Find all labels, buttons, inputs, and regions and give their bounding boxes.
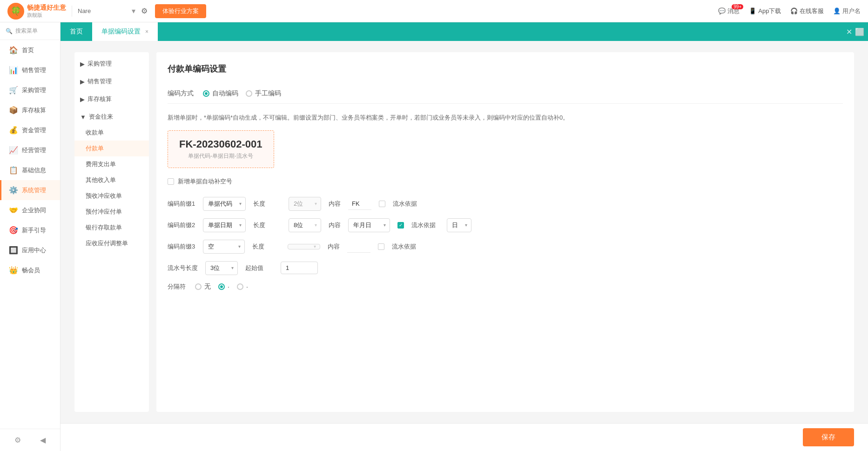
sidebar-item-operation[interactable]: 📈 经营管理 xyxy=(0,140,60,160)
sub-item-payment[interactable]: 付款单 xyxy=(74,141,149,156)
message-button[interactable]: 💬 消息 99+ xyxy=(718,7,740,15)
tab-coding[interactable]: 单据编码设置 × xyxy=(92,22,158,41)
system-icon: ⚙️ xyxy=(9,186,18,195)
sep-dot-circle[interactable] xyxy=(218,283,225,290)
sidebar-item-system[interactable]: ⚙️ 系统管理 xyxy=(0,180,60,200)
home-icon: 🏠 xyxy=(9,46,18,54)
length3-select[interactable] xyxy=(288,244,320,249)
prefix3-label: 编码前缀3 xyxy=(168,242,195,251)
content3-label: 内容 xyxy=(328,242,340,251)
sidebar-item-member[interactable]: 👑 畅会员 xyxy=(0,260,60,280)
sidebar-item-home[interactable]: 🏠 首页 xyxy=(0,40,60,60)
collapse-sidebar-button[interactable]: ◀ xyxy=(36,434,49,446)
message-icon: 💬 xyxy=(718,7,726,14)
sub-group-sales-title[interactable]: ▶ 销售管理 xyxy=(74,74,149,89)
chevron-down-icon[interactable]: ▾ xyxy=(130,5,137,17)
serial3-checkbox[interactable] xyxy=(378,243,384,250)
sub-group-purchase-title[interactable]: ▶ 采购管理 xyxy=(74,56,149,72)
search-menu-button[interactable]: 🔍 搜索菜单 xyxy=(0,22,60,40)
sub-item-ar-ap-adjust[interactable]: 应收应付调整单 xyxy=(74,236,149,251)
sidebar-item-apps[interactable]: 🔲 应用中心 xyxy=(0,240,60,260)
radio-auto[interactable]: 自动编码 xyxy=(203,89,238,98)
sub-item-pre-receivable[interactable]: 预收冲应收单 xyxy=(74,188,149,204)
content2-value: 年月日 xyxy=(353,221,371,229)
sep-dash-label: · xyxy=(246,283,248,290)
finance-icon: 💰 xyxy=(9,126,18,135)
online-service-button[interactable]: 🎧 在线客服 xyxy=(790,7,824,15)
sidebar-label-member: 畅会员 xyxy=(22,266,40,275)
content2-select[interactable]: 年月日 xyxy=(348,218,390,232)
sub-item-other-income[interactable]: 其他收入单 xyxy=(74,172,149,188)
radio-manual-circle[interactable] xyxy=(246,90,252,97)
sidebar-item-newguide[interactable]: 🎯 新手引导 xyxy=(0,220,60,240)
sub-item-expense[interactable]: 费用支出单 xyxy=(74,156,149,172)
sep-none[interactable]: 无 xyxy=(195,283,211,291)
search-label: 搜索菜单 xyxy=(15,27,38,35)
prefix-row-2: 编码前缀2 单据日期 长度 8位 内容 年月日 ✓ 流水依据 xyxy=(168,218,843,232)
sub-item-bank[interactable]: 银行存取款单 xyxy=(74,220,149,236)
gear-icon[interactable]: ⚙ xyxy=(139,5,149,17)
sub-item-receipt[interactable]: 收款单 xyxy=(74,125,149,141)
content1-input[interactable] xyxy=(348,198,371,210)
tab-close-icon[interactable]: × xyxy=(145,28,148,35)
sidebar-item-purchase[interactable]: 🛒 采购管理 xyxy=(0,80,60,100)
settings-footer-button[interactable]: ⚙ xyxy=(11,434,25,446)
prefix3-value: 空 xyxy=(208,242,214,251)
prefix3-select[interactable]: 空 xyxy=(203,240,245,254)
length1-label: 长度 xyxy=(253,200,281,208)
length2-label: 长度 xyxy=(253,221,281,229)
topbar-controls: ▾ ⚙ xyxy=(130,5,149,17)
user-area[interactable]: 👤 用户名 xyxy=(833,7,861,15)
sep-dot[interactable]: · xyxy=(218,283,229,290)
sales-icon: 📊 xyxy=(9,66,18,74)
sidebar-label-enterprise: 企业协同 xyxy=(22,206,46,215)
radio-auto-circle[interactable] xyxy=(203,90,209,97)
content3-input[interactable] xyxy=(347,241,370,253)
sub-group-funds-title[interactable]: ▼ 资金往来 xyxy=(74,109,149,125)
length2-select[interactable]: 8位 xyxy=(289,218,321,232)
operation-icon: 📈 xyxy=(9,146,18,155)
sep-none-circle[interactable] xyxy=(195,283,202,290)
member-icon: 👑 xyxy=(9,266,18,275)
prefix2-select[interactable]: 单据日期 xyxy=(203,218,246,232)
expand-tab-action[interactable]: ⬜ xyxy=(855,27,864,36)
sub-group-sales: ▶ 销售管理 xyxy=(74,74,149,89)
auto-fill-checkbox[interactable] xyxy=(168,178,174,185)
sep-dash[interactable]: · xyxy=(237,283,248,290)
close-tab-action[interactable]: ✕ xyxy=(846,27,852,36)
sep-dash-circle[interactable] xyxy=(237,283,243,290)
sidebar-item-enterprise[interactable]: 🤝 企业协同 xyxy=(0,200,60,220)
serial-length-select[interactable]: 3位 xyxy=(205,261,238,275)
length1-select[interactable]: 2位 xyxy=(289,197,321,211)
day-select[interactable]: 日 xyxy=(447,218,471,232)
serial2-checkbox[interactable]: ✓ xyxy=(397,222,404,229)
prefix1-select[interactable]: 单据代码 xyxy=(203,197,246,211)
sidebar-label-system: 系统管理 xyxy=(22,186,46,195)
logo-text: 畅捷通好生意 旗舰版 xyxy=(27,3,66,18)
sub-group-funds: ▼ 资金往来 收款单 付款单 费用支出单 其他收入单 预收冲应收单 预付冲应付单… xyxy=(74,109,149,251)
tab-home[interactable]: 首页 xyxy=(61,22,92,41)
code-desc: 单据代码-单据日期-流水号 xyxy=(179,152,262,160)
save-button[interactable]: 保存 xyxy=(803,428,854,446)
serial-length-label: 流水号长度 xyxy=(168,264,198,272)
sidebar-item-inventory[interactable]: 📦 库存核算 xyxy=(0,100,60,120)
sub-group-inventory-title[interactable]: ▶ 库存核算 xyxy=(74,91,149,107)
serial1-checkbox[interactable] xyxy=(379,201,385,207)
sidebar-item-basic[interactable]: 📋 基础信息 xyxy=(0,160,60,180)
content-area: 首页 单据编码设置 × ✕ ⬜ ▶ 采购管理 xyxy=(61,22,868,451)
inventory-icon: 📦 xyxy=(9,106,18,114)
app-download-button[interactable]: 📱 App下载 xyxy=(749,7,781,15)
page-inner: ▶ 采购管理 ▶ 销售管理 ▶ 库存核算 xyxy=(74,52,854,412)
tab-bar: 首页 单据编码设置 × ✕ ⬜ xyxy=(61,22,868,41)
separator-label: 分隔符 xyxy=(168,283,186,291)
radio-manual[interactable]: 手工编码 xyxy=(246,89,281,98)
start-value-input[interactable] xyxy=(281,262,318,274)
topbar-left: 🍀 畅捷通好生意 旗舰版 Nare ▾ ⚙ 体验行业方案 xyxy=(7,3,206,20)
sub-item-pre-payable[interactable]: 预付冲应付单 xyxy=(74,204,149,220)
coding-method-row: 编码方式 自动编码 手工编码 xyxy=(168,84,843,104)
download-icon: 📱 xyxy=(749,7,756,14)
sidebar-item-sales[interactable]: 📊 销售管理 xyxy=(0,60,60,80)
tab-coding-label: 单据编码设置 xyxy=(101,27,141,36)
trial-button[interactable]: 体验行业方案 xyxy=(155,4,206,18)
sidebar-item-finance[interactable]: 💰 资金管理 xyxy=(0,120,60,140)
